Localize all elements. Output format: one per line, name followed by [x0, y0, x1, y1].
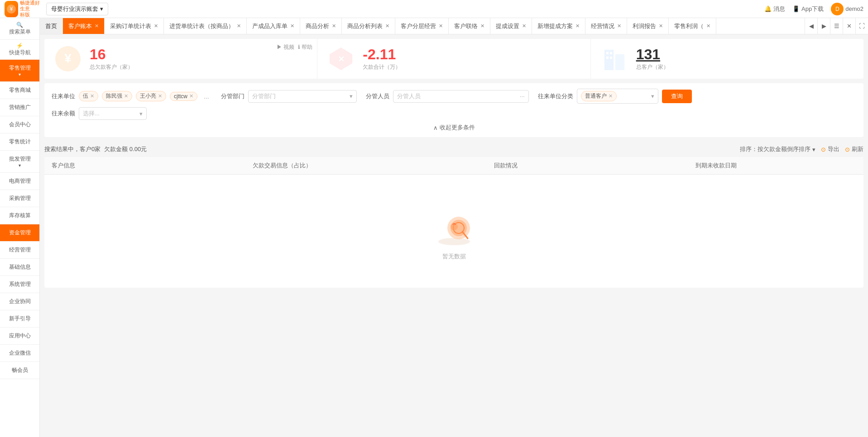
tab-close-customer-balance[interactable]: ✕	[95, 23, 99, 29]
sidebar-item-finance[interactable]: 资金管理	[0, 224, 39, 242]
sidebar-item-system[interactable]: 系统管理	[0, 276, 39, 293]
tab-product-analysis-list[interactable]: 商品分析列表 ✕	[342, 18, 395, 34]
chevron-down-icon: ▾	[812, 146, 815, 153]
tab-close-improve[interactable]: ✕	[522, 23, 526, 29]
tab-close-retail-profit[interactable]: ✕	[706, 23, 710, 29]
sidebar-item-member[interactable]: 会员中心	[0, 116, 39, 133]
stat-label-all: 总客户（家）	[636, 63, 669, 71]
tab-improve-settings[interactable]: 提成设置 ✕	[490, 18, 532, 34]
svg-rect-10	[610, 57, 612, 59]
empty-text: 暂无数据	[442, 252, 466, 261]
sidebar-item-app-center[interactable]: 应用中心	[0, 328, 39, 345]
top-bar: ¥ 畅捷通好生意 标版 母婴行业演示账套 ▾ 🔔 消息 📱 App下载 D	[0, 0, 868, 18]
tab-menu-button[interactable]: ☰	[830, 18, 843, 34]
logo-icon: ¥	[5, 1, 18, 17]
tab-customer-segment[interactable]: 客户分层经营 ✕	[395, 18, 449, 34]
tab-customer-balance[interactable]: 客户账本 ✕	[63, 18, 105, 34]
svg-text:¥: ¥	[9, 6, 13, 12]
dept-select[interactable]: 分管部门 ▾	[248, 90, 357, 103]
sidebar-search[interactable]: 🔍 搜索菜单	[0, 18, 39, 40]
sidebar-item-basic-info[interactable]: 基础信息	[0, 259, 39, 276]
tab-close-segment[interactable]: ✕	[439, 23, 443, 29]
remove-tag-wang[interactable]: ✕	[158, 93, 162, 99]
tab-close-profit[interactable]: ✕	[659, 23, 663, 29]
result-bar: 搜索结果中，客户0家 欠款金额 0.00元 排序：按欠款金额倒序排序 ▾ ⊙ 导…	[44, 142, 863, 157]
tab-expand-button[interactable]: ⛶	[855, 18, 868, 34]
classify-select[interactable]: 普通客户 ✕ ▾	[577, 89, 658, 104]
message-button[interactable]: 🔔 消息	[764, 5, 785, 13]
chevron-down-icon: ▾	[139, 110, 143, 117]
tab-next-button[interactable]: ▶	[817, 18, 830, 34]
filter-more-btn[interactable]: ...	[201, 92, 212, 101]
remove-tag-normal[interactable]: ✕	[609, 93, 613, 99]
industry-selector[interactable]: 母婴行业演示账套 ▾	[46, 3, 108, 15]
sidebar-item-retail-mall[interactable]: 零售商城	[0, 82, 39, 99]
tab-product-analysis[interactable]: 商品分析 ✕	[300, 18, 342, 34]
tab-close-contact[interactable]: ✕	[480, 23, 484, 29]
refresh-button[interactable]: ⊙ 刷新	[845, 145, 863, 153]
top-bar-right: 🔔 消息 📱 App下载 D demo2	[764, 3, 863, 15]
app-download-button[interactable]: 📱 App下载	[792, 5, 824, 13]
tab-new-improve[interactable]: 新增提成方案 ✕	[532, 18, 585, 34]
tab-operation-status[interactable]: 经营情况 ✕	[585, 18, 627, 34]
chevron-down-icon: ▾	[651, 93, 654, 100]
tab-home[interactable]: 首页	[40, 18, 63, 34]
remove-tag-chen[interactable]: ✕	[124, 93, 128, 99]
remove-tag-wu[interactable]: ✕	[90, 93, 94, 99]
sort-label: 排序：按欠款金额倒序排序	[740, 145, 810, 153]
balance-select[interactable]: 选择... ▾	[79, 107, 147, 120]
search-button[interactable]: 查询	[662, 90, 692, 103]
stat-value-debt: -2.11	[363, 47, 401, 62]
filter-row-1: 往来单位 伍 ✕ 陈民强 ✕ 王小亮 ✕	[52, 89, 856, 104]
sidebar-item-enterprise-wechat[interactable]: 企业微信	[0, 345, 39, 362]
sidebar-item-ecommerce[interactable]: 电商管理	[0, 173, 39, 190]
collapse-button[interactable]: ∧ 收起更多条件	[433, 124, 475, 132]
tab-close-product-analysis[interactable]: ✕	[332, 23, 336, 29]
help-link[interactable]: ℹ 帮助	[298, 43, 312, 51]
sidebar-item-enterprise[interactable]: 企业协同	[0, 293, 39, 310]
tab-close-incoming[interactable]: ✕	[237, 23, 241, 29]
sidebar-item-guide[interactable]: 新手引导	[0, 310, 39, 328]
stat-help: ▶ 视频 ℹ 帮助	[277, 43, 313, 51]
result-actions: 排序：按欠款金额倒序排序 ▾ ⊙ 导出 ⊙ 刷新	[740, 145, 863, 153]
tab-profit-report[interactable]: 利润报告 ✕	[627, 18, 669, 34]
tab-purchase-order[interactable]: 采购订单统计表 ✕	[105, 18, 164, 34]
person-input[interactable]: 分管人员 ···	[393, 90, 529, 103]
tab-close-production[interactable]: ✕	[290, 23, 294, 29]
person-more-btn[interactable]: ···	[520, 93, 525, 100]
tab-customer-contact[interactable]: 客户联络 ✕	[449, 18, 490, 34]
stat-info-all: 131 总客户（家）	[636, 47, 669, 71]
sidebar-item-purchase[interactable]: 采购管理	[0, 190, 39, 207]
remove-tag-cjttcw[interactable]: ✕	[189, 93, 193, 99]
empty-area: 暂无数据	[44, 175, 863, 288]
video-link[interactable]: ▶ 视频	[277, 43, 294, 51]
sidebar-item-marketing[interactable]: 营销推广	[0, 99, 39, 116]
tab-close-new-improve[interactable]: ✕	[575, 23, 580, 29]
debt-summary: 欠款金额 0.00元	[104, 145, 147, 153]
sidebar-item-retail-mgmt[interactable]: 零售管理 ▾	[0, 60, 39, 82]
tab-production-inbound[interactable]: 产成品入库单 ✕	[247, 18, 300, 34]
sidebar-item-operations[interactable]: 经营管理	[0, 242, 39, 259]
tab-close-all-button[interactable]: ✕	[843, 18, 855, 34]
tab-retail-profit[interactable]: 零售利润（ ✕	[669, 18, 716, 34]
download-icon: 📱	[792, 5, 800, 12]
svg-rect-8	[610, 52, 612, 54]
app-container: ¥ 畅捷通好生意 标版 母婴行业演示账套 ▾ 🔔 消息 📱 App下载 D	[0, 0, 868, 437]
debt-icon: ✕	[326, 45, 355, 72]
sidebar-item-retail-stats[interactable]: 零售统计	[0, 133, 39, 151]
sort-button[interactable]: 排序：按欠款金额倒序排序 ▾	[740, 145, 815, 153]
tab-close-operation[interactable]: ✕	[617, 23, 621, 29]
avatar: D	[831, 3, 844, 15]
tab-incoming-stats[interactable]: 进货单统计表（按商品） ✕	[164, 18, 247, 34]
main-wrapper: 🔍 搜索菜单 ⚡ 快捷导航 零售管理 ▾ 零售商城 营销推广 会员中心 零售统计…	[0, 18, 868, 437]
sidebar-item-inventory[interactable]: 库存核算	[0, 207, 39, 224]
tab-close-purchase[interactable]: ✕	[154, 23, 158, 29]
export-button[interactable]: ⊙ 导出	[821, 145, 839, 153]
sidebar-quick-nav[interactable]: ⚡ 快捷导航	[0, 40, 39, 60]
logo-text: 畅捷通好生意 标版	[20, 0, 44, 18]
sidebar-item-vip[interactable]: 畅会员	[0, 362, 39, 379]
tab-prev-button[interactable]: ◀	[805, 18, 817, 34]
sidebar-item-wholesale[interactable]: 批发管理 ▾	[0, 151, 39, 173]
tab-close-product-list[interactable]: ✕	[385, 23, 389, 29]
user-profile[interactable]: D demo2	[831, 3, 863, 15]
